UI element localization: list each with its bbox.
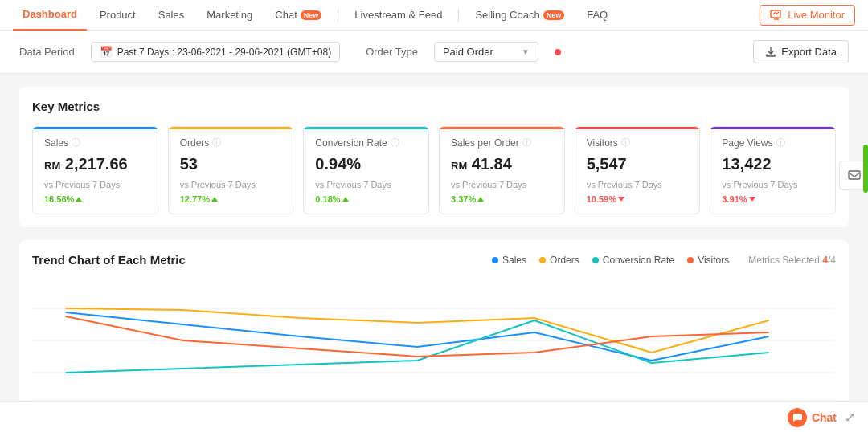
nav-item-dashboard[interactable]: Dashboard	[13, 0, 87, 31]
info-icon-sales[interactable]: ⓘ	[72, 137, 80, 149]
arrow-down-icon-pv	[749, 197, 755, 202]
metric-name-sales: Sales ⓘ	[44, 137, 146, 149]
metric-compare-conversion: vs Previous 7 Days 0.18%	[315, 180, 417, 204]
info-icon-conversion[interactable]: ⓘ	[391, 137, 399, 149]
nav-item-sales[interactable]: Sales	[149, 0, 194, 31]
trend-header: Trend Chart of Each Metric Sales Orders …	[32, 253, 836, 267]
arrow-up-icon-orders	[211, 197, 218, 202]
legend-dot-visitors	[687, 257, 694, 263]
export-icon	[765, 47, 776, 58]
chat-icon	[792, 412, 803, 423]
nav-item-marketing[interactable]: Marketing	[197, 0, 262, 31]
chevron-down-icon: ▼	[522, 47, 530, 56]
arrow-up-icon-conversion	[342, 197, 349, 202]
nav-item-selling-coach[interactable]: Selling Coach New	[465, 0, 574, 31]
metric-value-conversion: 0.94%	[315, 155, 417, 173]
key-metrics-title: Key Metrics	[32, 100, 836, 113]
date-picker[interactable]: 📅 Past 7 Days : 23-06-2021 - 29-06-2021 …	[91, 42, 340, 62]
svg-rect-0	[771, 10, 780, 18]
legend-label-conversion: Conversion Rate	[603, 255, 674, 266]
info-icon-pv[interactable]: ⓘ	[776, 137, 785, 149]
live-monitor-label: Live Monitor	[788, 9, 845, 21]
chat-badge: New	[301, 10, 322, 20]
arrow-up-icon	[76, 197, 82, 202]
date-value: Past 7 Days : 23-06-2021 - 29-06-2021 (G…	[117, 47, 331, 58]
trend-chart-svg	[32, 276, 836, 405]
metric-value-visitors: 5,547	[587, 155, 689, 173]
metric-compare-orders: vs Previous 7 Days 12.77%	[180, 180, 282, 204]
selected-count: 4	[822, 255, 828, 266]
metric-card-visitors: Visitors ⓘ 5,547 vs Previous 7 Days 10.5…	[575, 126, 701, 214]
chat-button[interactable]: Chat	[788, 408, 837, 427]
main-content: Key Metrics Sales ⓘ RM 2,217.66 vs Previ…	[0, 74, 868, 432]
metric-change-conversion: 0.18%	[315, 194, 348, 204]
metric-change-spo: 3.37%	[451, 194, 484, 204]
period-label: Data Period	[19, 46, 75, 58]
bottom-bar: Chat ⤢	[0, 401, 868, 432]
metrics-grid: Sales ⓘ RM 2,217.66 vs Previous 7 Days 1…	[32, 126, 836, 214]
legend-item-conversion: Conversion Rate	[592, 255, 674, 266]
chat-label: Chat	[812, 411, 837, 424]
selling-coach-badge: New	[543, 10, 565, 20]
monitor-icon	[770, 9, 783, 22]
legend-label-orders: Orders	[550, 255, 579, 266]
scroll-bar[interactable]	[863, 145, 868, 193]
metric-name-visitors: Visitors ⓘ	[587, 137, 689, 149]
metric-card-page-views: Page Views ⓘ 13,422 vs Previous 7 Days 3…	[710, 126, 836, 214]
metric-compare-pv: vs Previous 7 Days 3.91%	[722, 180, 824, 204]
top-navigation: Dashboard Product Sales Marketing Chat N…	[0, 0, 868, 31]
nav-item-product[interactable]: Product	[90, 0, 145, 31]
metric-card-conversion: Conversion Rate ⓘ 0.94% vs Previous 7 Da…	[303, 126, 429, 214]
metric-compare-sales: vs Previous 7 Days 16.56%	[44, 180, 146, 204]
order-type-select[interactable]: Paid Order ▼	[434, 42, 538, 62]
legend-item-sales: Sales	[492, 255, 526, 266]
arrow-down-icon-visitors	[618, 197, 624, 202]
live-monitor-button[interactable]: Live Monitor	[760, 5, 855, 26]
legend-dot-sales	[492, 257, 498, 263]
metric-name-page-views: Page Views ⓘ	[722, 137, 824, 149]
legend-item-visitors: Visitors	[687, 255, 729, 266]
export-label: Export Data	[781, 46, 837, 58]
calendar-icon: 📅	[100, 46, 113, 58]
nav-item-chat[interactable]: Chat New	[265, 0, 331, 31]
metric-compare-visitors: vs Previous 7 Days 10.59%	[587, 180, 689, 204]
metrics-selected: Metrics Selected 4/4	[748, 255, 836, 266]
metric-change-sales: 16.56%	[44, 194, 82, 204]
legend-label-visitors: Visitors	[698, 255, 729, 266]
mail-icon	[847, 168, 862, 182]
info-icon-spo[interactable]: ⓘ	[522, 137, 531, 149]
metric-compare-spo: vs Previous 7 Days 3.37%	[451, 180, 553, 204]
info-icon-orders[interactable]: ⓘ	[212, 137, 221, 149]
key-metrics-section: Key Metrics Sales ⓘ RM 2,217.66 vs Previ…	[19, 87, 849, 227]
metric-value-spo: RM 41.84	[451, 155, 553, 173]
nav-separator-1	[338, 9, 338, 22]
expand-icon[interactable]: ⤢	[845, 410, 855, 425]
nav-separator-2	[458, 9, 459, 22]
metric-card-sales: Sales ⓘ RM 2,217.66 vs Previous 7 Days 1…	[32, 126, 158, 214]
metric-change-orders: 12.77%	[180, 194, 218, 204]
metric-value-orders: 53	[180, 155, 282, 173]
arrow-up-icon-spo	[477, 197, 484, 202]
metric-value-sales: RM 2,217.66	[44, 155, 146, 173]
svg-rect-5	[849, 171, 860, 179]
legend-dot-conversion	[592, 257, 599, 263]
legend-item-orders: Orders	[539, 255, 579, 266]
legend-label-sales: Sales	[502, 255, 526, 266]
trend-legend: Sales Orders Conversion Rate Visitors Me…	[492, 255, 836, 266]
nav-item-faq[interactable]: FAQ	[577, 0, 617, 31]
metric-name-orders: Orders ⓘ	[180, 137, 282, 149]
trend-title: Trend Chart of Each Metric	[32, 253, 186, 267]
filter-bar: Data Period 📅 Past 7 Days : 23-06-2021 -…	[0, 31, 868, 74]
order-type-value: Paid Order	[443, 46, 517, 58]
info-icon-visitors[interactable]: ⓘ	[621, 137, 630, 149]
metric-change-pv: 3.91%	[722, 194, 755, 204]
metric-card-sales-per-order: Sales per Order ⓘ RM 41.84 vs Previous 7…	[439, 126, 565, 214]
metric-name-sales-per-order: Sales per Order ⓘ	[451, 137, 553, 149]
export-button[interactable]: Export Data	[753, 40, 849, 63]
metric-name-conversion: Conversion Rate ⓘ	[315, 137, 417, 149]
metric-card-orders: Orders ⓘ 53 vs Previous 7 Days 12.77%	[168, 126, 294, 214]
nav-item-livestream[interactable]: Livestream & Feed	[345, 0, 452, 31]
chat-icon-wrap	[788, 408, 807, 427]
order-type-label: Order Type	[366, 46, 418, 58]
metric-change-visitors: 10.59%	[587, 194, 624, 204]
